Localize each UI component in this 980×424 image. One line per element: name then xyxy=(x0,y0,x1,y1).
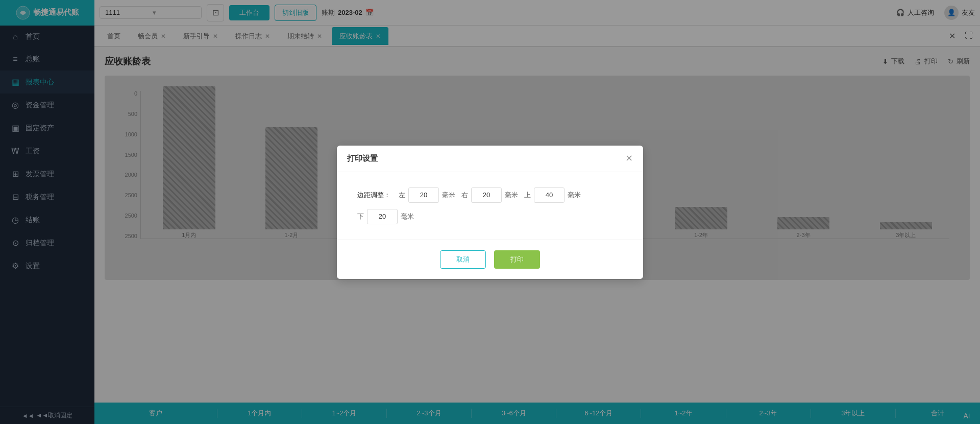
modal-close-button[interactable]: ✕ xyxy=(625,154,633,163)
right-label: 右 xyxy=(461,191,468,200)
margin-top-group: 上 毫米 xyxy=(524,187,581,203)
margin-bottom-group: 下 毫米 xyxy=(357,209,414,224)
modal-overlay[interactable]: 打印设置 ✕ 边距调整： 左 毫米 右 毫米 上 毫米 xyxy=(0,0,980,424)
margin-right-input[interactable] xyxy=(471,187,502,203)
margin-right-group: 右 毫米 xyxy=(461,187,518,203)
margin-row: 边距调整： 左 毫米 右 毫米 上 毫米 下 xyxy=(357,187,623,224)
margin-left-input[interactable] xyxy=(408,187,439,203)
margin-left-group: 左 毫米 xyxy=(399,187,455,203)
cancel-button[interactable]: 取消 xyxy=(440,250,486,269)
modal-footer: 取消 打印 xyxy=(337,240,643,279)
modal-body: 边距调整： 左 毫米 右 毫米 上 毫米 下 xyxy=(337,172,643,240)
margin-label: 边距调整： xyxy=(357,191,390,200)
top-label: 上 xyxy=(524,191,531,200)
bottom-label: 下 xyxy=(357,212,364,221)
margin-bottom-input[interactable] xyxy=(367,209,398,224)
left-label: 左 xyxy=(399,191,405,200)
modal-title: 打印设置 xyxy=(347,154,378,163)
top-unit: 毫米 xyxy=(568,191,581,200)
left-unit: 毫米 xyxy=(442,191,455,200)
print-confirm-button[interactable]: 打印 xyxy=(494,250,540,269)
right-unit: 毫米 xyxy=(505,191,518,200)
print-settings-modal: 打印设置 ✕ 边距调整： 左 毫米 右 毫米 上 毫米 xyxy=(337,146,643,279)
modal-header: 打印设置 ✕ xyxy=(337,146,643,172)
bottom-unit: 毫米 xyxy=(401,212,414,221)
margin-top-input[interactable] xyxy=(534,187,565,203)
